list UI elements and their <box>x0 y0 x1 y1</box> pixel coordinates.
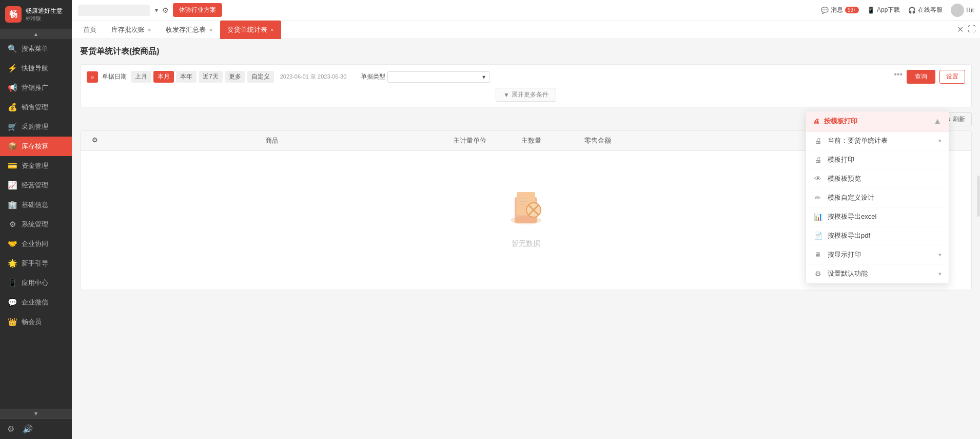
sidebar-footer: ⚙ 🔊 <box>0 418 72 439</box>
tab-要货单统计表[interactable]: 要货单统计表× <box>220 21 281 39</box>
tab-right-icons: ✕ ⛶ <box>957 25 976 34</box>
marketing-icon: 📢 <box>7 83 17 92</box>
settings-icon[interactable]: ⚙ <box>7 424 14 434</box>
settings-btn[interactable]: 设置 <box>939 70 965 84</box>
sidebar-item-sales[interactable]: 💰销售管理 <box>0 98 72 117</box>
topbar-dropdown[interactable]: ▾ <box>154 7 158 14</box>
scroll-up-btn[interactable]: ▲ <box>0 29 72 39</box>
dropdown-header: 🖨 按模板打印 ▲ <box>806 111 949 131</box>
nav-label-inventory: 库存核算 <box>22 142 48 151</box>
dropdown-item-4[interactable]: 📄按模板导出pdf <box>806 226 949 245</box>
search-icon: 🔍 <box>7 44 17 53</box>
dropdown-icon-0: 🖨 <box>813 156 822 164</box>
date-range: 2023-06-01 至 2023-06-30 <box>280 73 347 81</box>
tab-bar: 首页库存批次账×收发存汇总表×要货单统计表× ✕ ⛶ <box>72 21 980 39</box>
close-window-icon[interactable]: ✕ <box>957 25 964 34</box>
app-download-item[interactable]: 📱 App下载 <box>867 6 900 14</box>
headset-icon: 🎧 <box>908 7 916 14</box>
date-btn-近7天[interactable]: 近7天 <box>199 71 223 83</box>
tab-库存批次账[interactable]: 库存批次账× <box>104 21 159 39</box>
sidebar-item-enterprise[interactable]: 🤝企业协同 <box>0 234 72 254</box>
sales-icon: 💰 <box>7 103 17 112</box>
message-item[interactable]: 💬 消息 99+ <box>821 6 859 14</box>
tab-list: 首页库存批次账×收发存汇总表×要货单统计表× <box>76 21 957 39</box>
topbar-search-input[interactable] <box>78 5 150 16</box>
type-filter-label: 单据类型 <box>361 72 385 81</box>
tab-close-2[interactable]: × <box>209 27 212 33</box>
scroll-down-btn[interactable]: ▼ <box>0 409 72 418</box>
dropdown-items: 🖨模板打印👁模板板预览✏模板自定义设计📊按模板导出excel📄按模板导出pdf <box>806 150 949 245</box>
sidebar-item-funds[interactable]: 💳资金管理 <box>0 156 72 176</box>
scrollbar-thumb <box>977 176 980 217</box>
dropdown-label-4: 按模板导出pdf <box>828 231 870 240</box>
sidebar-item-inventory[interactable]: 📦库存核算 <box>0 137 72 156</box>
page-content: 要货单统计表(按商品) » 单据日期 上月本月本年近7天更多自定义 2023-0… <box>72 39 980 439</box>
tab-close-1[interactable]: × <box>148 27 151 33</box>
nav-label-system: 系统管理 <box>22 220 48 229</box>
online-service-label: 在线客服 <box>918 6 943 14</box>
funds-icon: 💳 <box>7 161 17 170</box>
tab-label-3: 要货单统计表 <box>227 25 267 34</box>
current-template-label: 当前：要货单统计表 <box>828 136 888 145</box>
type-select[interactable]: ▾ <box>387 71 490 83</box>
nav-label-guide: 新手引导 <box>22 259 48 268</box>
wechat-icon: 💬 <box>7 298 17 307</box>
query-btn[interactable]: 查询 <box>907 70 935 84</box>
tab-收发存汇总表[interactable]: 收发存汇总表× <box>159 21 220 39</box>
user-item[interactable]: Rit <box>951 4 974 17</box>
help-icon[interactable]: 🔊 <box>23 424 33 434</box>
tab-首页[interactable]: 首页 <box>76 21 104 39</box>
filter-row: » 单据日期 上月本月本年近7天更多自定义 2023-06-01 至 2023-… <box>87 70 965 84</box>
tab-close-3[interactable]: × <box>270 27 273 33</box>
chevron-icon-0: ▾ <box>938 252 942 258</box>
expand-item-0[interactable]: 🖥按显示打印▾ <box>806 245 949 264</box>
sidebar-item-system[interactable]: ⚙系统管理 <box>0 215 72 234</box>
sidebar-item-purchase[interactable]: 🛒采购管理 <box>0 117 72 137</box>
sidebar-item-operations[interactable]: 📈经营管理 <box>0 176 72 195</box>
date-btn-上月[interactable]: 上月 <box>131 71 151 83</box>
topbar-gear-icon[interactable]: ⚙ <box>162 6 169 14</box>
sidebar-item-quick-nav[interactable]: ⚡快捷导航 <box>0 59 72 78</box>
dropdown-item-3[interactable]: 📊按模板导出excel <box>806 207 949 226</box>
dropdown-icon-2: ✏ <box>813 194 822 202</box>
nav-label-basic-info: 基础信息 <box>22 200 48 209</box>
sidebar-item-search[interactable]: 🔍搜索菜单 <box>0 39 72 59</box>
sidebar-item-wechat[interactable]: 💬企业微信 <box>0 293 72 312</box>
print-dropdown: 🖨 按模板打印 ▲ 🖨 当前：要货单统计表 ▾ 🖨模板打印👁模板板预览✏模板自定… <box>806 111 949 284</box>
expand-conditions-btn[interactable]: ▼ 展开更多条件 <box>496 88 556 102</box>
trial-btn[interactable]: 体验行业方案 <box>173 3 222 17</box>
chevron-right-icon: ▾ <box>938 138 942 144</box>
online-service-item[interactable]: 🎧 在线客服 <box>908 6 943 14</box>
logo-icon: 畅 <box>5 6 22 23</box>
expand-icon[interactable]: ⛶ <box>968 25 976 34</box>
sidebar-nav: 🔍搜索菜单⚡快捷导航📢营销推广💰销售管理🛒采购管理📦库存核算💳资金管理📈经营管理… <box>0 39 72 409</box>
dropdown-close-btn[interactable]: ▲ <box>933 117 942 126</box>
date-btn-本月[interactable]: 本月 <box>153 71 174 83</box>
tab-label-2: 收发存汇总表 <box>166 25 206 34</box>
dropdown-item-1[interactable]: 👁模板板预览 <box>806 169 949 188</box>
current-template-item[interactable]: 🖨 当前：要货单统计表 ▾ <box>806 131 949 150</box>
page-title: 要货单统计表(按商品) <box>80 46 972 57</box>
date-btn-自定义[interactable]: 自定义 <box>247 71 274 83</box>
dropdown-item-2[interactable]: ✏模板自定义设计 <box>806 188 949 207</box>
gear-column-icon[interactable]: ⚙ <box>92 136 98 144</box>
sidebar-item-guide[interactable]: 🌟新手引导 <box>0 254 72 273</box>
dropdown-label-1: 模板板预览 <box>828 174 861 183</box>
expand-icon-1: ⚙ <box>813 270 822 278</box>
dropdown-item-0[interactable]: 🖨模板打印 <box>806 150 949 169</box>
date-btn-本年[interactable]: 本年 <box>176 71 197 83</box>
dropdown-icon-4: 📄 <box>813 232 822 240</box>
sidebar-item-marketing[interactable]: 📢营销推广 <box>0 78 72 98</box>
sidebar-item-members[interactable]: 👑畅会员 <box>0 312 72 332</box>
sidebar-item-basic-info[interactable]: 🏢基础信息 <box>0 195 72 215</box>
tab-label-0: 首页 <box>83 25 96 34</box>
username: Rit <box>966 7 974 14</box>
filter-expand-btn[interactable]: » <box>87 71 98 83</box>
sidebar-item-apps[interactable]: 📱应用中心 <box>0 273 72 293</box>
print-header-icon: 🖨 <box>813 118 820 125</box>
phone-icon: 📱 <box>867 7 875 14</box>
dots-menu-icon[interactable]: ••• <box>894 70 903 84</box>
date-btn-更多[interactable]: 更多 <box>225 71 245 83</box>
expand-item-1[interactable]: ⚙设置默认功能▾ <box>806 264 949 283</box>
quick-nav-icon: ⚡ <box>7 64 17 73</box>
